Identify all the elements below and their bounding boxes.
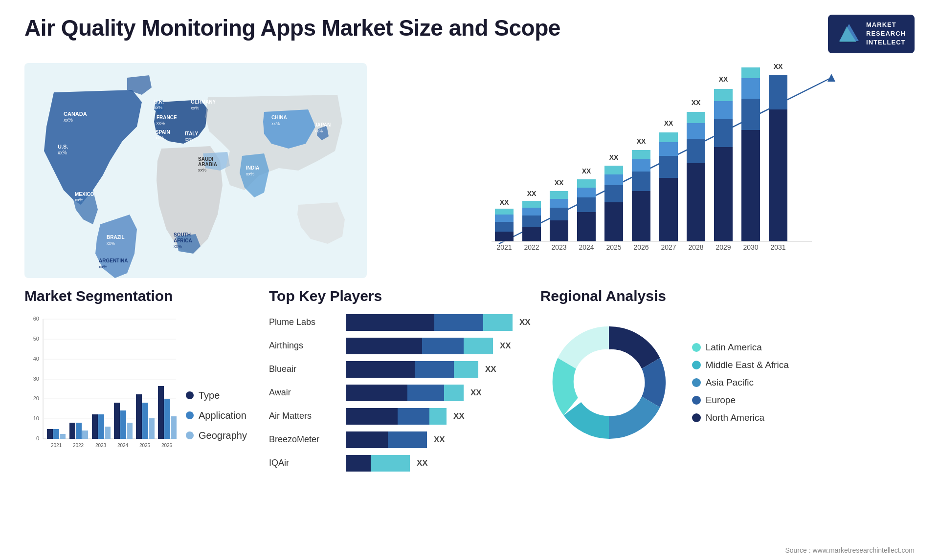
legend-label-geography: Geography — [199, 430, 247, 441]
player-name: Airthings — [269, 341, 342, 351]
svg-rect-79 — [714, 119, 733, 147]
svg-rect-41 — [495, 209, 514, 215]
svg-rect-81 — [714, 89, 733, 101]
svg-rect-46 — [522, 201, 541, 208]
legend-item-type: Type — [186, 390, 247, 401]
svg-rect-68 — [659, 178, 678, 241]
svg-text:xx%: xx% — [185, 137, 193, 142]
svg-rect-137 — [149, 418, 155, 439]
svg-text:2026: 2026 — [161, 443, 173, 448]
legend-dot-geography — [186, 431, 194, 439]
svg-text:2024: 2024 — [579, 243, 594, 251]
player-bar-wrap: XX — [346, 385, 531, 401]
svg-text:AFRICA: AFRICA — [174, 238, 192, 243]
market-segmentation: Market Segmentation 0 10 20 30 — [24, 288, 259, 456]
legend-label-type: Type — [199, 390, 220, 401]
player-bar-val: XX — [434, 435, 445, 445]
svg-text:XX: XX — [582, 167, 591, 175]
svg-rect-69 — [659, 156, 678, 178]
svg-rect-119 — [47, 429, 53, 439]
player-bar-wrap: XX — [346, 361, 531, 378]
svg-rect-66 — [632, 150, 650, 159]
svg-rect-123 — [69, 423, 75, 439]
player-bar-val: XX — [485, 365, 496, 374]
svg-rect-88 — [769, 109, 787, 241]
svg-rect-53 — [577, 212, 596, 241]
player-row-blueair: Blueair XX — [269, 361, 531, 378]
player-bar-val: XX — [417, 458, 428, 468]
svg-text:xx%: xx% — [75, 197, 83, 202]
reg-dot-europe — [692, 396, 701, 405]
player-bar-val: XX — [453, 411, 465, 421]
player-bar-val: XX — [470, 388, 482, 398]
header: Air Quality Monitoring Apps Market Size … — [24, 15, 915, 53]
key-players: Top Key Players Plume Labs XX Airthings — [269, 288, 531, 478]
bottom-section: Market Segmentation 0 10 20 30 — [24, 288, 915, 478]
player-bar — [346, 408, 447, 425]
svg-text:2023: 2023 — [95, 443, 107, 448]
svg-rect-129 — [105, 427, 111, 439]
svg-text:xx%: xx% — [174, 244, 182, 249]
regional-legend: Latin America Middle East & Africa Asia … — [692, 342, 789, 423]
svg-text:2021: 2021 — [496, 243, 512, 251]
svg-rect-65 — [632, 159, 650, 172]
donut-container: Latin America Middle East & Africa Asia … — [540, 314, 915, 451]
svg-rect-124 — [76, 423, 82, 439]
svg-rect-73 — [687, 163, 705, 241]
player-name: Air Matters — [269, 411, 342, 421]
seg-chart-svg: 0 10 20 30 40 50 60 — [24, 314, 181, 461]
svg-text:SAUDI: SAUDI — [198, 156, 213, 162]
reg-label-asia-pacific: Asia Pacific — [706, 377, 754, 388]
svg-text:xx%: xx% — [99, 264, 107, 269]
svg-rect-70 — [659, 142, 678, 156]
legend-dot-type — [186, 391, 194, 399]
svg-rect-76 — [687, 112, 705, 123]
svg-text:40: 40 — [33, 356, 39, 362]
svg-rect-75 — [687, 123, 705, 139]
svg-text:xx%: xx% — [198, 168, 206, 172]
player-row-awair: Awair XX — [269, 385, 531, 401]
svg-text:2027: 2027 — [661, 243, 676, 251]
svg-rect-85 — [741, 78, 760, 99]
svg-text:CHINA: CHINA — [271, 115, 287, 120]
map-container: CANADA xx% U.S. xx% MEXICO xx% BRAZIL xx… — [24, 63, 367, 268]
svg-rect-50 — [550, 199, 568, 208]
regional-analysis: Regional Analysis — [540, 288, 915, 451]
svg-text:FRANCE: FRANCE — [156, 115, 177, 120]
bar-chart-svg: XX XX XX XX — [386, 63, 915, 268]
svg-rect-135 — [136, 394, 142, 439]
svg-text:U.S.: U.S. — [58, 144, 68, 150]
svg-rect-132 — [120, 410, 126, 439]
page-title: Air Quality Monitoring Apps Market Size … — [24, 15, 560, 41]
logo-text: MARKET RESEARCH INTELLECT — [866, 21, 906, 47]
reg-dot-north-america — [692, 413, 701, 422]
donut-chart-svg — [540, 314, 677, 451]
svg-rect-45 — [522, 208, 541, 215]
svg-text:SPAIN: SPAIN — [156, 129, 170, 135]
svg-text:2025: 2025 — [139, 443, 151, 448]
svg-text:XX: XX — [719, 75, 728, 83]
player-bar-wrap: XX — [346, 431, 531, 448]
svg-text:2024: 2024 — [117, 443, 129, 448]
player-bar-wrap: XX — [346, 314, 531, 331]
svg-rect-61 — [604, 166, 623, 174]
source-text: Source : www.marketresearchintellect.com — [785, 546, 915, 554]
bar-chart-container: XX XX XX XX — [386, 63, 915, 268]
player-bar-val: XX — [519, 318, 531, 327]
svg-rect-39 — [495, 222, 514, 232]
svg-text:2031: 2031 — [770, 243, 785, 251]
legend-item-geography: Geography — [186, 430, 247, 441]
player-row-airthings: Airthings XX — [269, 338, 531, 354]
seg-chart-area: 0 10 20 30 40 50 60 — [24, 314, 259, 456]
page-container: Air Quality Monitoring Apps Market Size … — [0, 0, 939, 560]
svg-rect-131 — [114, 403, 120, 439]
svg-text:xx%: xx% — [64, 117, 73, 123]
svg-text:xx%: xx% — [314, 129, 323, 133]
legend-dot-application — [186, 411, 194, 419]
svg-rect-38 — [495, 232, 514, 241]
svg-rect-44 — [522, 215, 541, 227]
player-name: Blueair — [269, 364, 342, 374]
svg-rect-40 — [495, 215, 514, 222]
top-section: CANADA xx% U.S. xx% MEXICO xx% BRAZIL xx… — [24, 63, 915, 268]
svg-text:ITALY: ITALY — [185, 131, 199, 136]
